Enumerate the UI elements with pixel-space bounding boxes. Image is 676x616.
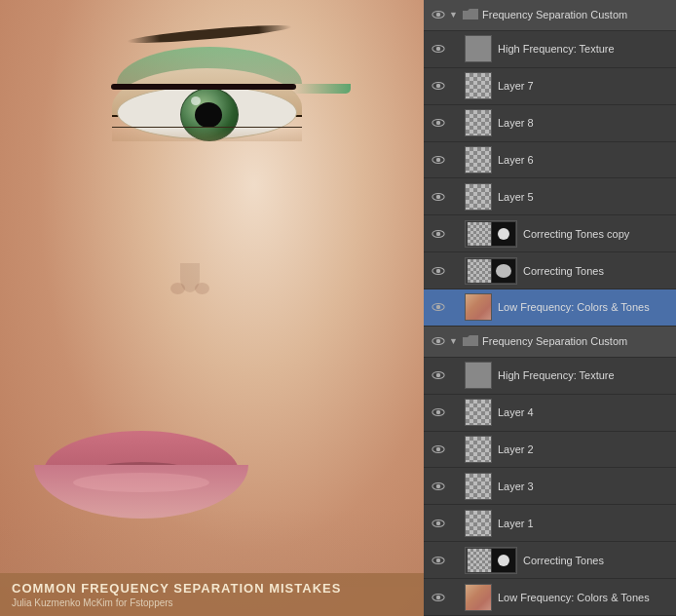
layer-item-correcting_tones_copy[interactable]: Correcting Tones copy bbox=[424, 215, 676, 252]
lower-eyelid bbox=[112, 127, 302, 141]
layer-thumbnail bbox=[465, 473, 492, 500]
layer-thumbnail bbox=[465, 293, 492, 321]
svg-point-23 bbox=[436, 410, 440, 414]
layer-item-layer8[interactable]: Layer 8 bbox=[424, 105, 676, 142]
visibility-toggle[interactable] bbox=[428, 519, 449, 528]
svg-point-15 bbox=[436, 268, 440, 272]
pupil bbox=[195, 102, 222, 128]
visibility-toggle[interactable] bbox=[428, 81, 449, 91]
svg-point-9 bbox=[436, 158, 440, 162]
layer-item-layer3[interactable]: Layer 3 bbox=[424, 468, 676, 505]
svg-point-25 bbox=[436, 447, 440, 451]
visibility-toggle[interactable] bbox=[428, 593, 449, 602]
svg-point-33 bbox=[436, 595, 440, 598]
eye-highlight bbox=[191, 96, 201, 105]
svg-point-3 bbox=[436, 47, 440, 51]
nose-area bbox=[136, 263, 253, 341]
layer-item-layer2[interactable]: Layer 2 bbox=[424, 432, 676, 469]
layer-item-layer1[interactable]: Layer 1 bbox=[424, 505, 676, 542]
visibility-toggle[interactable] bbox=[428, 118, 449, 128]
layer-item-layer7[interactable]: Layer 7 bbox=[424, 68, 676, 105]
layer-name-label: Layer 1 bbox=[496, 518, 672, 529]
layer-name-label: Frequency Separation Custom bbox=[480, 335, 672, 347]
visibility-toggle[interactable] bbox=[428, 266, 449, 276]
visibility-toggle[interactable] bbox=[428, 481, 449, 491]
visibility-toggle[interactable] bbox=[428, 192, 449, 202]
svg-point-7 bbox=[436, 121, 440, 125]
folder-icon bbox=[461, 8, 480, 21]
layer-thumbnail bbox=[465, 362, 492, 389]
visibility-toggle[interactable] bbox=[428, 336, 449, 346]
lip-highlight bbox=[73, 473, 209, 492]
layer-thumbnail bbox=[465, 109, 492, 136]
svg-point-21 bbox=[436, 373, 440, 377]
svg-point-5 bbox=[436, 84, 440, 88]
visibility-toggle[interactable] bbox=[428, 407, 449, 417]
eyelash-top bbox=[111, 84, 296, 90]
svg-point-29 bbox=[436, 521, 440, 525]
layer-item-layer5[interactable]: Layer 5 bbox=[424, 178, 676, 215]
svg-point-19 bbox=[436, 339, 440, 343]
folder-icon bbox=[461, 334, 480, 348]
layer-item-layer6[interactable]: Layer 6 bbox=[424, 142, 676, 179]
layer-item-layer_hf_texture1[interactable]: High Frequency: Texture bbox=[424, 31, 676, 68]
visibility-toggle[interactable] bbox=[428, 370, 449, 380]
eye-region bbox=[58, 19, 370, 175]
layer-thumbnail bbox=[465, 72, 492, 99]
layer-name-label: Layer 2 bbox=[496, 443, 672, 455]
eyeliner-green bbox=[292, 84, 351, 94]
svg-point-11 bbox=[436, 195, 440, 199]
expand-arrow-icon[interactable]: ▼ bbox=[449, 336, 461, 346]
lips-area bbox=[29, 431, 273, 519]
svg-point-31 bbox=[436, 558, 440, 561]
layer-name-label: Layer 8 bbox=[496, 117, 672, 129]
layer-name-label: Layer 6 bbox=[496, 154, 672, 166]
layer-item-layer_hf_texture2[interactable]: High Frequency: Texture bbox=[424, 358, 676, 395]
eyebrow bbox=[127, 22, 292, 47]
svg-point-13 bbox=[436, 232, 440, 236]
layer-name-label: Layer 5 bbox=[496, 191, 672, 203]
expand-arrow-icon[interactable]: ▼ bbox=[449, 10, 461, 19]
layer-thumbnail bbox=[465, 436, 492, 463]
svg-point-1 bbox=[436, 13, 440, 17]
layer-thumbnail bbox=[465, 547, 517, 574]
caption-subtitle: Julia Kuzmenko McKim for Fstoppers bbox=[12, 597, 412, 608]
photo-background bbox=[0, 0, 424, 616]
layer-thumbnail bbox=[465, 35, 492, 62]
layer-item-low_freq2[interactable]: Low Frequency: Colors & Tones bbox=[424, 579, 676, 616]
layer-name-label: Low Frequency: Colors & Tones bbox=[496, 592, 672, 603]
layer-name-label: Correcting Tones bbox=[521, 555, 672, 566]
nose-tip-shadow bbox=[180, 263, 200, 292]
layer-item-layer4[interactable]: Layer 4 bbox=[424, 395, 676, 432]
layer-name-label: Layer 3 bbox=[496, 481, 672, 492]
layer-name-label: Layer 4 bbox=[496, 406, 672, 418]
visibility-toggle[interactable] bbox=[428, 10, 449, 19]
visibility-toggle[interactable] bbox=[428, 444, 449, 454]
layer-thumbnail bbox=[465, 220, 517, 248]
layer-item-correcting_tones[interactable]: Correcting Tones bbox=[424, 252, 676, 289]
svg-point-27 bbox=[436, 484, 440, 488]
photo-caption: COMMON FREQUENCY SEPARATION MISTAKES Jul… bbox=[0, 573, 424, 616]
layer-name-label: High Frequency: Texture bbox=[496, 43, 672, 55]
layer-name-label: Layer 7 bbox=[496, 80, 672, 92]
svg-point-17 bbox=[436, 305, 440, 309]
layer-thumbnail bbox=[465, 399, 492, 426]
layer-name-label: Low Frequency: Colors & Tones bbox=[496, 301, 672, 313]
layer-thumbnail bbox=[465, 257, 517, 285]
visibility-toggle[interactable] bbox=[428, 556, 449, 565]
caption-title: COMMON FREQUENCY SEPARATION MISTAKES bbox=[12, 581, 412, 596]
visibility-toggle[interactable] bbox=[428, 44, 449, 54]
layer-item-group2[interactable]: ▼ Frequency Separation Custom bbox=[424, 327, 676, 358]
layer-name-label: High Frequency: Texture bbox=[496, 369, 672, 381]
layer-item-low_freq1[interactable]: Low Frequency: Colors & Tones bbox=[424, 289, 676, 327]
layer-item-group1[interactable]: ▼ Frequency Separation Custom bbox=[424, 0, 676, 31]
layer-name-label: Correcting Tones bbox=[521, 265, 672, 277]
layer-thumbnail bbox=[465, 183, 492, 211]
visibility-toggle[interactable] bbox=[428, 302, 449, 312]
layer-name-label: Frequency Separation Custom bbox=[480, 9, 672, 20]
visibility-toggle[interactable] bbox=[428, 229, 449, 239]
layer-item-correcting_tones2[interactable]: Correcting Tones bbox=[424, 542, 676, 579]
layer-thumbnail bbox=[465, 510, 492, 537]
layers-panel[interactable]: ▼ Frequency Separation Custom High Frequ… bbox=[424, 0, 676, 616]
visibility-toggle[interactable] bbox=[428, 155, 449, 165]
